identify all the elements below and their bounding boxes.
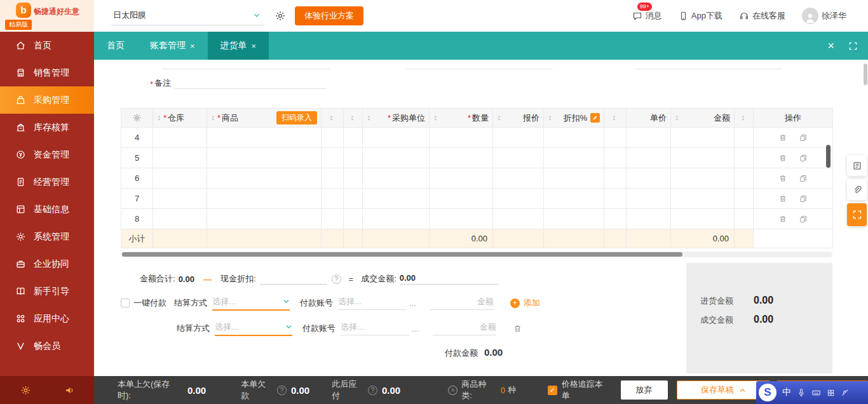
sidebar-item-system[interactable]: 系统管理	[0, 223, 94, 250]
cell-product[interactable]	[207, 189, 322, 209]
cell-discount[interactable]	[544, 128, 604, 148]
scan-entry-button[interactable]: 扫码录入	[276, 111, 317, 125]
one-click-pay-checkbox[interactable]	[121, 299, 130, 307]
cell-unit[interactable]	[363, 168, 430, 189]
page-scrollbar[interactable]	[864, 64, 867, 85]
column-extra-2[interactable]: ▲▼	[344, 109, 363, 128]
sound-icon[interactable]	[64, 385, 75, 396]
tab-purchase-order[interactable]: 进货单 ×	[208, 32, 269, 60]
experience-plan-button[interactable]: 体验行业方案	[295, 6, 363, 25]
column-product[interactable]: ▲▼*商品扫码录入	[207, 109, 322, 128]
sort-icon[interactable]: ▲▼	[497, 115, 501, 121]
tab-home[interactable]: 首页	[94, 32, 137, 60]
cell-amount[interactable]	[671, 148, 735, 168]
sidebar-item-base-info[interactable]: 基础信息	[0, 196, 94, 223]
cell-warehouse[interactable]	[153, 128, 207, 148]
cell-quantity[interactable]	[430, 209, 493, 229]
sort-icon[interactable]: ▲▼	[367, 115, 371, 121]
pay-amount-input[interactable]: 金额	[430, 296, 494, 310]
mic-icon[interactable]	[797, 388, 806, 397]
cell-warehouse[interactable]	[153, 189, 207, 209]
column-quantity[interactable]: ▲▼*数量	[430, 109, 493, 128]
sort-icon[interactable]: ▲▼	[612, 115, 616, 121]
copy-row-icon[interactable]	[799, 215, 808, 224]
wrench-icon[interactable]	[841, 388, 850, 397]
cell-product[interactable]	[207, 168, 322, 189]
grid-icon[interactable]	[827, 389, 835, 397]
close-all-icon[interactable]: ×	[827, 40, 834, 51]
cell-amount[interactable]	[671, 189, 735, 209]
remark-input[interactable]	[175, 77, 326, 89]
sidebar-item-sales[interactable]: 销售管理	[0, 59, 94, 86]
sort-icon[interactable]: ▲▼	[433, 115, 438, 121]
cell-discount[interactable]	[544, 148, 604, 168]
cell-quantity[interactable]	[430, 168, 493, 189]
add-payment-link[interactable]: + 添加	[510, 297, 540, 309]
tab-close-icon[interactable]: ×	[252, 41, 257, 51]
ime-mode-indicator[interactable]: 中	[782, 387, 791, 398]
sort-icon[interactable]: ▲▼	[350, 115, 355, 121]
column-extra-4[interactable]: ▲▼	[735, 109, 754, 128]
cell-amount[interactable]	[671, 209, 735, 229]
price-track-checkbox-checked-icon[interactable]: ✓	[548, 386, 557, 395]
column-settings[interactable]	[121, 109, 153, 128]
sogou-logo-icon[interactable]: S	[759, 384, 776, 401]
table-horizontal-scrollbar-track[interactable]	[121, 252, 832, 257]
cell-warehouse[interactable]	[153, 148, 207, 168]
cell-quote[interactable]	[493, 209, 544, 229]
notes-tool-button[interactable]	[847, 155, 867, 176]
pay-account-select[interactable]: 选择...	[338, 296, 407, 310]
cell-unit-price[interactable]	[627, 148, 671, 168]
fullscreen-icon[interactable]	[848, 41, 858, 51]
sidebar-settings-gear-icon[interactable]	[20, 385, 31, 396]
cell-product[interactable]	[207, 148, 322, 168]
cell-unit[interactable]	[363, 209, 430, 229]
account-selector[interactable]: 日太阳膜	[111, 6, 264, 25]
copy-row-icon[interactable]	[799, 154, 808, 163]
tab-close-icon[interactable]: ×	[190, 41, 195, 51]
delete-row-icon[interactable]	[778, 174, 787, 183]
cell-quantity[interactable]	[430, 189, 493, 209]
cell-unit[interactable]	[363, 128, 430, 148]
cell-unit-price[interactable]	[627, 209, 671, 229]
cell-product[interactable]	[207, 209, 322, 229]
column-extra-1[interactable]: ▲▼	[322, 109, 344, 128]
table-horizontal-scrollbar-thumb[interactable]	[122, 252, 682, 257]
sort-icon[interactable]: ▲▼	[211, 115, 215, 121]
brand-area[interactable]: b 畅捷通好生意 精易版	[0, 0, 94, 32]
abandon-button[interactable]: 放弃	[621, 380, 668, 400]
cell-unit[interactable]	[363, 189, 430, 209]
sort-icon[interactable]: ▲▼	[329, 115, 334, 121]
cell-product[interactable]	[207, 128, 322, 148]
cell-quote[interactable]	[493, 189, 544, 209]
delete-payment-icon[interactable]	[513, 324, 522, 333]
column-quote[interactable]: ▲▼报价	[493, 109, 544, 128]
cell-quote[interactable]	[493, 168, 544, 189]
cell-unit-price[interactable]	[627, 189, 671, 209]
attachment-tool-button[interactable]	[847, 179, 867, 200]
sidebar-item-guide[interactable]: 新手引导	[0, 278, 94, 305]
messages-item[interactable]: 99+ 消息	[632, 10, 662, 22]
cell-unit[interactable]	[363, 148, 430, 168]
cell-discount[interactable]	[544, 168, 604, 189]
cell-quantity[interactable]	[430, 128, 493, 148]
sidebar-item-funds[interactable]: 资金管理	[0, 141, 94, 168]
cell-unit-price[interactable]	[627, 168, 671, 189]
sort-icon[interactable]: ▲▼	[741, 115, 745, 121]
batch-edit-icon[interactable]	[590, 113, 600, 123]
sort-icon[interactable]: ▲▼	[548, 115, 552, 121]
cell-warehouse[interactable]	[153, 209, 207, 229]
table-vertical-scrollbar[interactable]	[826, 145, 831, 168]
column-discount[interactable]: ▲▼折扣%	[544, 109, 604, 128]
sidebar-item-operations[interactable]: 经营管理	[0, 168, 94, 196]
delete-row-icon[interactable]	[778, 194, 787, 203]
delete-row-icon[interactable]	[778, 215, 787, 224]
expand-tool-button[interactable]	[847, 203, 867, 226]
sidebar-item-purchase[interactable]: 采购管理	[0, 86, 94, 114]
settings-gear-icon[interactable]	[275, 10, 286, 22]
sidebar-item-home[interactable]: 首页	[0, 32, 94, 59]
help-icon[interactable]: ?	[332, 274, 341, 284]
copy-row-icon[interactable]	[799, 194, 808, 203]
column-unit-price[interactable]: 单价	[627, 109, 671, 128]
column-warehouse[interactable]: ▲▼*仓库	[153, 109, 207, 128]
